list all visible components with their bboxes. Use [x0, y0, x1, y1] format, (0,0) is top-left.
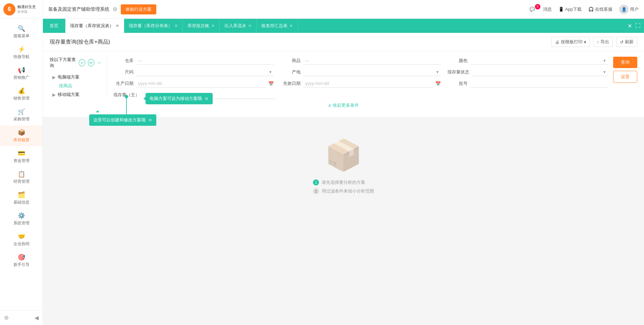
export-button[interactable]: ↑ 导出: [593, 37, 613, 47]
tab-close-icon[interactable]: ✕: [289, 23, 293, 28]
stock-status-dropdown[interactable]: ▾: [472, 68, 608, 76]
sidebar-item-purchase[interactable]: 🛒 采购管理: [0, 105, 43, 125]
sidebar-item-finance[interactable]: 💳 资金管理: [0, 146, 43, 167]
expiry-date-input[interactable]: [303, 79, 433, 88]
settings-button[interactable]: 设置: [613, 71, 637, 83]
app-download-button[interactable]: 📱 App下载: [558, 6, 582, 12]
user-button[interactable]: 👤 用户: [619, 5, 639, 14]
chevron-down-icon: ▾: [436, 69, 439, 74]
sidebar-item-label: 采购管理: [13, 116, 30, 122]
refresh-button[interactable]: ↺ 刷新: [616, 37, 637, 47]
tooltip-desktop-scheme: 电脑方案可设为移动方案哦 ✕: [146, 93, 213, 104]
sidebar-item-label: 库存核算: [13, 137, 30, 143]
tab-close-icon[interactable]: ✕: [116, 23, 119, 28]
filter-add-button[interactable]: +: [79, 59, 85, 66]
filter-warehouse-row: 仓库 ···: [113, 57, 274, 65]
sidebar-item-marketing[interactable]: 📢 营销推广: [0, 63, 43, 84]
tab-expand-icon[interactable]: ⛶: [635, 23, 641, 29]
page-title: 现存量查询(按仓库+商品): [50, 39, 110, 46]
tab-close-icon[interactable]: ✕: [248, 23, 252, 28]
expiry-date-label: 失效日期: [280, 80, 301, 87]
trial-button[interactable]: 体验行业方案: [121, 4, 156, 14]
marketing-icon: 📢: [18, 66, 25, 74]
basic-icon: 🗂️: [18, 191, 25, 199]
tab-in-out-flow[interactable]: 出入库流水 ✕: [220, 19, 257, 33]
tab-batch-account[interactable]: 库存批次账 ✕: [183, 19, 220, 33]
calendar-icon[interactable]: 📅: [268, 81, 274, 86]
topbar: 装备及固定资产辅助管理系统 ⚙ 体验行业方案 💬 6 消息 📱 App下载 🎧 …: [43, 0, 644, 19]
tooltip1-close-button[interactable]: ✕: [205, 96, 209, 101]
sales-icon: 💰: [18, 87, 25, 95]
topbar-gear-icon[interactable]: ⚙: [113, 6, 117, 12]
filter-scheme-panel: 按以下方案查询 + ✏ ← ▶ 电脑端方案 按商品: [50, 57, 107, 99]
tooltip2-close-button[interactable]: ✕: [148, 117, 152, 123]
operation-icon: 📋: [18, 170, 25, 178]
tab-batch-account-label: 库存批次账: [187, 23, 209, 29]
refresh-icon: ↺: [620, 40, 624, 45]
enterprise-icon: 🤝: [18, 233, 25, 240]
scheme-list: ▶ 电脑端方案 按商品 ▶ 移动端方案: [50, 73, 102, 99]
tabbar: 首页 现存量（库存状况表） ✕ 现存量（库存分布表） ✕ 库存批次账 ✕ 出入库…: [43, 19, 644, 33]
scheme-mobile-group[interactable]: ▶ 移动端方案: [52, 90, 102, 99]
batch-input[interactable]: [470, 79, 608, 88]
page-header: 现存量查询(按仓库+商品) 🖨 按模板打印 ▾ ↑ 导出 ↺ 刷新: [43, 33, 644, 51]
message-button[interactable]: 💬 6 消息: [530, 6, 552, 12]
stock-status-label: 现存量状态: [447, 69, 469, 75]
sidebar-settings-button[interactable]: ⚙: [4, 315, 9, 321]
production-date-input[interactable]: [136, 79, 266, 88]
sidebar-item-operation[interactable]: 📋 经营管理: [0, 167, 43, 188]
stock-main-max-input[interactable]: [213, 92, 274, 97]
scheme-desktop-group[interactable]: ▶ 电脑端方案: [52, 73, 102, 82]
tab-close-all-icon[interactable]: ✕: [628, 23, 632, 29]
tab-home[interactable]: 首页: [43, 19, 65, 33]
online-service-button[interactable]: 🎧 在线客服: [588, 6, 612, 12]
batch-label: 批号: [447, 80, 468, 87]
print-button[interactable]: 🖨 按模板打印 ▾: [551, 37, 590, 47]
chevron-down-icon: ▾: [584, 40, 586, 45]
size-dropdown[interactable]: ▾: [136, 68, 274, 76]
tab-close-icon[interactable]: ✕: [211, 23, 215, 28]
filter-origin-row: 产地 ▾: [280, 68, 441, 76]
calendar-icon[interactable]: 📅: [435, 81, 441, 86]
sidebar-footer: ⚙ ◀: [0, 310, 43, 325]
sidebar-item-system[interactable]: ⚙️ 系统管理: [0, 209, 43, 229]
filter-arrow-button[interactable]: ←: [97, 60, 102, 66]
scheme-desktop-item-goods[interactable]: 按商品: [52, 82, 102, 90]
sidebar-item-sales[interactable]: 💰 销售管理: [0, 84, 43, 105]
tab-inventory-status[interactable]: 现存量（库存状况表） ✕: [65, 19, 124, 33]
sidebar-item-basic[interactable]: 🗂️ 基础信息: [0, 188, 43, 209]
warehouse-label: 仓库: [113, 58, 133, 64]
sidebar-item-enterprise[interactable]: 🤝 企业协同: [0, 229, 43, 250]
tab-receive-summary[interactable]: 收发存汇总表 ✕: [257, 19, 298, 33]
system-icon: ⚙️: [18, 212, 25, 219]
message-badge: 6: [535, 4, 540, 9]
filter-edit-button[interactable]: ✏: [88, 59, 94, 66]
warehouse-dropdown[interactable]: ···: [136, 57, 274, 65]
color-dropdown[interactable]: ▾: [470, 57, 608, 65]
query-button[interactable]: 查询: [613, 57, 637, 68]
goods-dropdown[interactable]: ···: [303, 57, 441, 65]
sidebar-item-search-menu[interactable]: 🔍 搜索菜单: [0, 21, 43, 42]
main-content: 装备及固定资产辅助管理系统 ⚙ 体验行业方案 💬 6 消息 📱 App下载 🎧 …: [43, 0, 644, 325]
chevron-right-icon: ▶: [52, 92, 56, 97]
production-date-label: 生产日期: [113, 80, 133, 87]
user-label: 用户: [630, 6, 639, 12]
app-download-label: App下载: [565, 6, 582, 12]
search-menu-icon: 🔍: [18, 25, 25, 32]
sidebar-item-label: 资金管理: [13, 158, 30, 164]
tooltip2-text: 这里可以创建和修改方案哦: [93, 117, 146, 123]
sidebar-item-newbie[interactable]: 🎯 新手引导: [0, 250, 43, 271]
newbie-icon: 🎯: [18, 254, 25, 261]
collapse-button[interactable]: ∧ 收起更多条件: [50, 99, 637, 112]
sidebar-item-quick-nav[interactable]: ⚡ 快捷导航: [0, 42, 43, 63]
scheme-desktop-label: 电脑端方案: [58, 74, 79, 80]
tab-close-icon[interactable]: ✕: [174, 23, 178, 28]
tab-inventory-dist[interactable]: 现存量（库存分布表） ✕: [124, 19, 183, 33]
origin-dropdown[interactable]: ▾: [303, 68, 441, 76]
sidebar-collapse-button[interactable]: ◀: [35, 315, 39, 321]
scheme-item-label: 按商品: [59, 83, 72, 89]
empty-step-1: 1 请先选择要分析的方案: [313, 179, 374, 185]
sidebar-item-inventory[interactable]: 📦 库存核算: [0, 125, 43, 146]
filter-stock-status-row: 现存量状态 ▾: [447, 68, 608, 76]
sidebar-logo: 6 畅通好生意 标准版: [0, 0, 43, 19]
